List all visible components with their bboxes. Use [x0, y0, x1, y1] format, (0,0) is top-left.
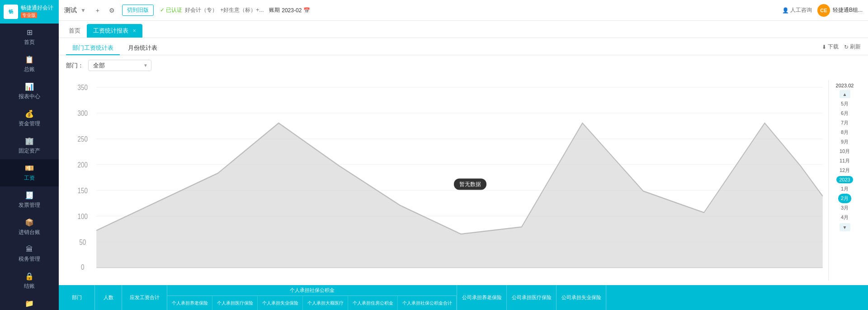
tab-close-icon[interactable]: × [133, 28, 136, 34]
archive-icon: 📁 [25, 299, 34, 308]
tax-icon: 🏛 [26, 245, 33, 253]
sidebar-item-invoice[interactable]: 🧾发票管理 [0, 186, 59, 214]
sidebar-label-home: 首页 [24, 38, 35, 46]
close-icon: 🔒 [25, 272, 34, 281]
svg-text:0: 0 [81, 263, 85, 272]
side-next-btn[interactable]: ▼ [840, 223, 850, 231]
sub-tabs-bar: 部门工资统计表月份统计表 ⬇ 下载 ↻ 刷新 [59, 38, 868, 55]
header-btn-group: + ⚙ [91, 4, 118, 17]
company-arrow-icon: ▼ [80, 7, 86, 14]
th-sub-个人承担医疗保险: 个人承担医疗保险 [212, 296, 258, 310]
good-biz-tag: +好生意（标）+... [220, 6, 264, 14]
side-months-prev: 5月6月7月8月9月10月11月12月 [837, 99, 853, 175]
side-month-1月[interactable]: 1月 [838, 184, 851, 194]
sub-tabs-right: ⬇ 下载 ↻ 刷新 [822, 43, 861, 53]
certified-tag: ✓ 已认证 [160, 6, 182, 14]
sidebar-item-archive[interactable]: 📁归档管理 [0, 295, 59, 310]
company-name: 测试 [64, 6, 77, 14]
side-month-8月[interactable]: 8月 [837, 128, 853, 137]
sidebar-item-fund[interactable]: 💰资金管理 [0, 105, 59, 132]
th-公司承担失业保险: 公司承担失业保险 [557, 285, 606, 310]
tabs-bar: 首页 工资统计报表 × [59, 21, 868, 38]
calendar-icon[interactable]: 📅 [303, 7, 310, 14]
side-month-9月[interactable]: 9月 [837, 137, 853, 147]
sidebar-nav: ⊞首页📋总账📊报表中心💰资金管理🏢固定资产💴工资🧾发票管理📦进销台账🏛税务管理🔒… [0, 24, 59, 310]
th-sub-个人承担养老保险: 个人承担养老保险 [167, 296, 212, 310]
th-公司承担养老保险: 公司承担养老保险 [457, 285, 507, 310]
sidebar-item-home[interactable]: ⊞首页 [0, 24, 59, 51]
th-人数: 人数 [95, 285, 122, 310]
tab-salary-report[interactable]: 工资统计报表 × [87, 24, 142, 38]
sidebar-label-fund: 资金管理 [19, 120, 40, 128]
sidebar-item-ledger[interactable]: 📋总账 [0, 51, 59, 78]
sub-tabs-left: 部门工资统计表月份统计表 [66, 42, 164, 55]
th-部门: 部门 [59, 285, 95, 310]
home-icon: ⊞ [27, 28, 33, 37]
chart-area: 350 300 250 200 150 100 50 0 [59, 76, 868, 285]
th-公司承担医疗保险: 公司承担医疗保险 [507, 285, 557, 310]
sidebar-label-salary: 工资 [24, 174, 35, 182]
sidebar-label-close: 结账 [24, 282, 35, 290]
th-应发工资合计: 应发工资合计 [122, 285, 167, 310]
download-btn[interactable]: ⬇ 下载 [822, 43, 839, 51]
asset-icon: 🏢 [25, 137, 34, 145]
sidebar-item-salary[interactable]: 💴工资 [0, 159, 59, 186]
tab-home[interactable]: 首页 [64, 24, 85, 38]
header-right: 👤 人工咨询 CE 轻捷通B组... [782, 4, 863, 17]
user-avatar: CE [817, 4, 830, 17]
dept-select[interactable]: 全部行政部销售部技术部财务部 [88, 60, 151, 71]
sub-tab-monthly[interactable]: 月份统计表 [122, 42, 164, 55]
ledger-icon: 📋 [25, 55, 34, 64]
side-year-label: 2023.02 [829, 82, 861, 89]
sidebar-logo: 畅 畅捷通好会计 专业版 [0, 0, 59, 24]
svg-text:50: 50 [79, 238, 86, 246]
chart-main: 350 300 250 200 150 100 50 0 [66, 80, 828, 281]
help-icon: 👤 [782, 7, 789, 14]
sidebar-item-report[interactable]: 📊报表中心 [0, 78, 59, 105]
user-name: 轻捷通B组... [833, 6, 863, 14]
sidebar-item-asset[interactable]: 🏢固定资产 [0, 132, 59, 159]
svg-text:100: 100 [77, 212, 88, 220]
download-icon: ⬇ [822, 44, 826, 50]
side-month-3月[interactable]: 3月 [838, 203, 851, 213]
sidebar-item-stock[interactable]: 📦进销台账 [0, 214, 59, 241]
side-month-11月[interactable]: 11月 [837, 156, 853, 166]
filter-bar: 部门： 全部行政部销售部技术部财务部 ▼ [59, 55, 868, 76]
side-month-6月[interactable]: 6月 [837, 109, 853, 118]
side-prev-btn[interactable]: ▲ [840, 90, 850, 98]
dept-select-wrapper: 全部行政部销售部技术部财务部 ▼ [88, 60, 151, 71]
sidebar-item-close[interactable]: 🔒结账 [0, 267, 59, 295]
report-icon: 📊 [25, 82, 34, 91]
top-header: 测试 ▼ + ⚙ 切到旧版 ✓ 已认证 好会计（专） +好生意（标）+... 账… [59, 0, 868, 21]
side-month-10月[interactable]: 10月 [837, 147, 853, 156]
sidebar: 畅 畅捷通好会计 专业版 ⊞首页📋总账📊报表中心💰资金管理🏢固定资产💴工资🧾发票… [0, 0, 59, 310]
refresh-btn[interactable]: ↻ 刷新 [844, 43, 861, 51]
sub-tab-dept[interactable]: 部门工资统计表 [66, 42, 120, 55]
sidebar-label-asset: 固定资产 [19, 147, 40, 155]
main-area: 测试 ▼ + ⚙ 切到旧版 ✓ 已认证 好会计（专） +好生意（标）+... 账… [59, 0, 868, 310]
user-avatar-area[interactable]: CE 轻捷通B组... [817, 4, 863, 17]
header-tags: ✓ 已认证 好会计（专） +好生意（标）+... [160, 6, 264, 14]
side-month-7月[interactable]: 7月 [837, 118, 853, 128]
th-sub-个人承担失业保险: 个人承担失业保险 [258, 296, 303, 310]
table-header: 部门人数应发工资合计个人承担社保公积金个人承担养老保险个人承担医疗保险个人承担失… [59, 285, 868, 310]
th-sub-个人承担社保公积金合计: 个人承担社保公积金合计 [398, 296, 457, 310]
add-btn[interactable]: + [91, 4, 104, 17]
logo-text: 畅捷通好会计 专业版 [21, 5, 53, 19]
chart-svg: 350 300 250 200 150 100 50 0 [66, 80, 828, 281]
side-month-4月[interactable]: 4月 [838, 213, 851, 222]
switch-old-btn[interactable]: 切到旧版 [122, 5, 154, 16]
side-year-badge[interactable]: 2023 [836, 176, 853, 183]
sidebar-label-tax: 税务管理 [19, 255, 40, 263]
help-btn[interactable]: 👤 人工咨询 [782, 6, 812, 14]
side-month-2月[interactable]: 2月 [838, 194, 851, 203]
th-sub-个人承担住房公积金: 个人承担住房公积金 [348, 296, 398, 310]
th-group-social-label: 个人承担社保公积金 [167, 285, 457, 296]
side-month-12月[interactable]: 12月 [837, 166, 853, 175]
settings-icon-btn[interactable]: ⚙ [106, 4, 118, 17]
side-month-5月[interactable]: 5月 [837, 99, 853, 109]
sidebar-label-stock: 进销台账 [19, 229, 40, 236]
svg-text:250: 250 [77, 134, 88, 143]
sidebar-item-tax[interactable]: 🏛税务管理 [0, 241, 59, 267]
fund-icon: 💰 [25, 110, 34, 118]
